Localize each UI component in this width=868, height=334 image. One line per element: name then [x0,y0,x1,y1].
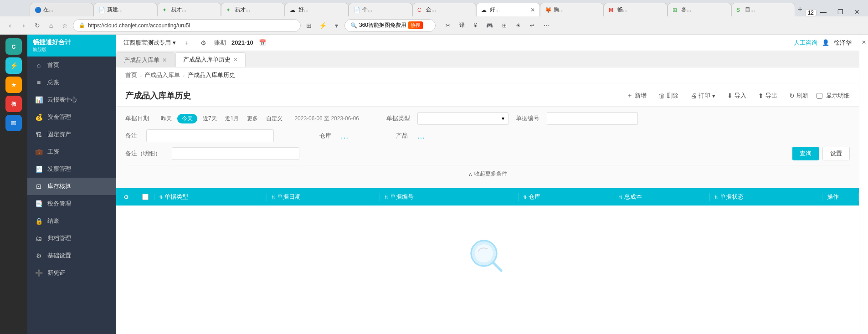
tab-item-4[interactable]: ✦ 易才... [221,3,285,16]
delete-btn[interactable]: 🗑 删除 [655,90,682,102]
tab-item-12[interactable]: S 目... [731,3,795,16]
apps-btn[interactable]: ⊞ [499,21,509,30]
refresh-button[interactable]: ↻ [32,20,43,31]
remark-detail-input[interactable] [172,147,299,160]
sidebar-item-new-bill[interactable]: ➕ 新凭证 [27,264,116,282]
date-btn-today[interactable]: 今天 [177,114,197,123]
app-icon-weibo[interactable]: 微 [5,96,22,112]
tab-bar: 🔵 在... 📄 新建... ✦ 易才... ✦ 易才... ☁ 好... 📄 … [0,0,868,16]
warehouse-dots-btn[interactable]: … [339,131,350,141]
breadcrumb-list[interactable]: 产成品入库单 [144,71,180,79]
remark-input[interactable] [146,129,274,142]
tab-bill-list[interactable]: 产成品入库单 ✕ [116,52,175,67]
lightning-btn[interactable]: ⚡ [317,20,328,31]
sidebar-item-cloud-report[interactable]: 📊 云报表中心 [27,91,116,108]
tab-close-8[interactable]: ✕ [530,7,535,13]
breadcrumb-home[interactable]: 首页 [125,71,137,79]
sidebar-item-invoice[interactable]: 🧾 发票管理 [27,160,116,178]
export-btn[interactable]: ⬆ 导出 [755,90,781,102]
refresh-toolbar-btn[interactable]: ↻ 刷新 [786,90,812,102]
game-btn[interactable]: 🎮 [483,21,496,30]
tab-item-2[interactable]: 📄 新建... [93,3,157,16]
new-tab-button[interactable]: + [795,3,805,16]
th-total-cost[interactable]: ⇅ 总成本 [614,193,710,201]
right-panel-close[interactable]: ✕ [862,39,866,46]
th-bill-date[interactable]: ⇅ 单据日期 [267,193,380,201]
back-button[interactable]: ‹ [5,20,15,31]
import-btn[interactable]: ⬇ 导入 [724,90,750,102]
th-bill-num[interactable]: ⇅ 单据编号 [380,193,519,201]
app-icon-chanjet[interactable]: c [5,38,22,55]
tab-count-badge[interactable]: 12 [805,9,817,16]
collapse-btn[interactable]: ∧ 收起更多条件 [463,168,513,180]
dropdown-btn[interactable]: ▾ [331,20,342,31]
query-button[interactable]: 查询 [792,147,819,160]
th-gear[interactable]: ⚙ [116,194,136,200]
add-org-btn[interactable]: + [181,37,192,48]
address-input[interactable]: 🔒 https://cloud.chanjet.com/accounting/u… [73,19,301,32]
home-button[interactable]: ⌂ [46,20,56,31]
window-minimize-btn[interactable]: — [817,7,830,16]
more-btn[interactable]: ⋯ [541,21,552,30]
date-btn-yesterday[interactable]: 昨天 [158,114,175,123]
bill-type-select[interactable]: ▾ [417,112,508,125]
bill-num-input[interactable] [547,112,638,125]
show-detail-btn[interactable]: 显示明细 [817,92,850,100]
forward-button[interactable]: › [18,20,29,31]
grid-btn[interactable]: ⊞ [303,20,314,31]
tab-bill-history[interactable]: 产成品入库单历史 ✕ [175,52,246,67]
collapse-up-icon: ∧ [468,171,473,177]
date-btn-7days[interactable]: 近7天 [200,114,220,123]
currency-btn[interactable]: ¥ [471,21,480,30]
th-bill-type[interactable]: ⇅ 单据类型 [154,193,267,201]
period-calendar-icon[interactable]: 📅 [259,39,266,46]
tab-item-7[interactable]: C 企... [412,3,476,16]
sidebar-item-fund[interactable]: 💰 资金管理 [27,108,116,126]
theme-btn[interactable]: ☀ [513,21,524,30]
show-detail-checkbox[interactable] [817,93,822,99]
date-btn-more[interactable]: 更多 [244,114,261,123]
sidebar-item-close[interactable]: 🔒 结账 [27,212,116,230]
scissors-btn[interactable]: ✂ [443,21,453,30]
window-restore-btn[interactable]: ❐ [834,7,847,16]
tab-item-10[interactable]: M 畅... [604,3,668,16]
date-btn-custom[interactable]: 自定义 [263,114,285,123]
app-icon-mail[interactable]: ✉ [5,115,22,131]
window-close-btn[interactable]: ✕ [851,7,863,16]
sidebar-item-fixed-assets[interactable]: 🏗 固定资产 [27,126,116,143]
consultant-link[interactable]: 人工咨询 [794,39,817,47]
sidebar-item-payroll[interactable]: 💼 工资 [27,143,116,160]
app-icon-star[interactable]: ★ [5,77,22,93]
settings-button[interactable]: 设置 [822,147,850,160]
tab-history-close[interactable]: ✕ [233,57,238,63]
print-btn[interactable]: 🖨 打印 ▾ [687,90,719,102]
translate-btn[interactable]: 译 [457,21,467,30]
bookmark-button[interactable]: ☆ [59,20,70,31]
tab-item-11[interactable]: ⊞ 各... [668,3,731,16]
sidebar-item-basic[interactable]: ⚙ 基础设置 [27,247,116,264]
product-dots-btn[interactable]: … [415,131,427,141]
sidebar-item-home[interactable]: ⌂ 首页 [27,57,116,74]
search-bar[interactable]: 🔍 360智能抠图免费用 热搜 [344,19,436,32]
org-selector[interactable]: 江西服宝测试专用 ▾ [123,39,176,47]
th-bill-status[interactable]: ⇅ 单据状态 [710,193,822,201]
sidebar-item-archive[interactable]: 🗂 归档管理 [27,230,116,247]
undo-btn[interactable]: ↩ [527,21,537,30]
th-checkbox[interactable] [136,194,154,200]
add-btn[interactable]: ＋ 新增 [623,90,650,102]
tab-item-5[interactable]: ☁ 好... [285,3,349,16]
tab-item-1[interactable]: 🔵 在... [30,3,93,16]
settings-org-btn[interactable]: ⚙ [198,37,209,48]
th-warehouse[interactable]: ⇅ 仓库 [519,193,614,201]
sidebar-item-ledger[interactable]: ≡ 总账 [27,74,116,91]
sidebar-item-tax[interactable]: 📑 税务管理 [27,195,116,212]
tab-item-3[interactable]: ✦ 易才... [157,3,221,16]
date-btn-1month[interactable]: 近1月 [222,114,242,123]
sidebar-item-inventory[interactable]: ⊡ 库存核算 [27,178,116,195]
tab-item-9[interactable]: 🦊 腾... [540,3,604,16]
tab-item-8[interactable]: ☁ 好... ✕ [476,3,540,16]
select-all-checkbox[interactable] [142,194,149,200]
tab-list-close[interactable]: ✕ [162,57,167,63]
app-icon-quick[interactable]: ⚡ [5,57,22,74]
tab-item-6[interactable]: 📄 个... [349,3,412,16]
